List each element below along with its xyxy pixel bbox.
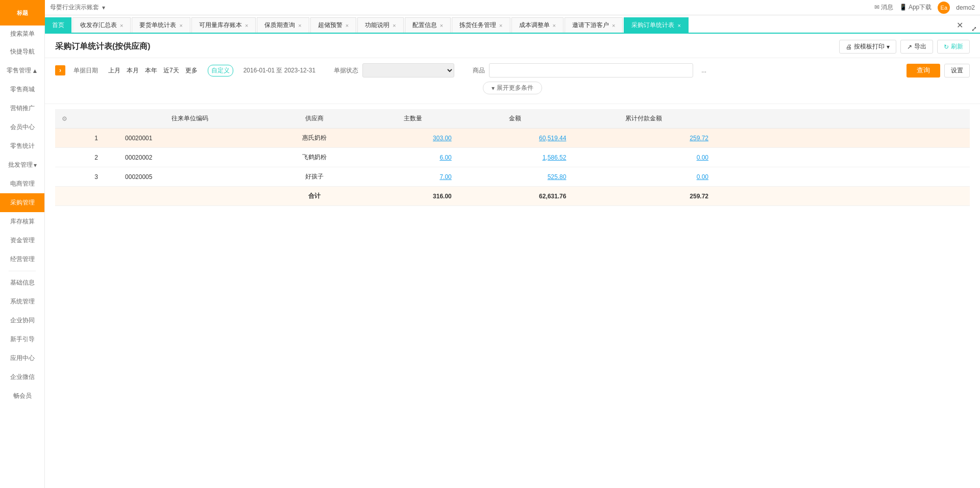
tab-invite-downstream[interactable]: 邀请下游客户 ×	[565, 17, 623, 33]
cell-amount: 525.80	[458, 167, 573, 187]
tab-picking-task[interactable]: 拣货任务管理 ×	[452, 17, 510, 33]
more-conditions-btn[interactable]: ...	[697, 66, 710, 75]
tab-close-icon[interactable]: ×	[440, 22, 443, 29]
tab-label: 要货单统计表	[139, 21, 176, 30]
tab-available-inventory[interactable]: 可用量库存账本 ×	[191, 17, 256, 33]
tab-close-icon[interactable]: ×	[677, 22, 680, 29]
main-qty-link[interactable]: 7.00	[439, 173, 451, 181]
shortcut-this-month[interactable]: 本月	[125, 65, 141, 76]
tab-close-icon[interactable]: ×	[393, 22, 396, 29]
tab-label: 拣货任务管理	[459, 21, 496, 30]
amount-link[interactable]: 60,519.44	[539, 135, 566, 142]
paid-amount-link[interactable]: 0.00	[697, 154, 708, 161]
tab-label: 超储预警	[318, 21, 342, 30]
tab-warranty-query[interactable]: 保质期查询 ×	[257, 17, 309, 33]
tab-purchase-order-summary[interactable]: 采购订单统计表 ×	[624, 17, 688, 33]
tab-order-summary[interactable]: 要货单统计表 ×	[132, 17, 190, 33]
sidebar-item-inventory-check[interactable]: 库存核算	[0, 212, 44, 231]
app-download-btn[interactable]: 📱 App下载	[899, 3, 932, 12]
date-range-group: 2016-01-01 至 2023-12-31	[243, 66, 315, 75]
user-avatar[interactable]: Ea	[938, 2, 950, 14]
tab-close-icon[interactable]: ×	[553, 22, 556, 29]
sidebar-item-retail-shop[interactable]: 零售商城	[0, 80, 44, 99]
amount-link[interactable]: 525.80	[548, 173, 567, 181]
tab-close-icon[interactable]: ×	[120, 22, 123, 29]
workspace-selector[interactable]: 母婴行业演示账套 ▾	[50, 3, 105, 12]
logo-text: 标题	[17, 9, 28, 17]
tab-close-icon[interactable]: ×	[612, 22, 615, 29]
goods-input[interactable]	[489, 63, 693, 78]
close-all-tabs-btn[interactable]: ✕	[951, 17, 968, 33]
tab-close-icon[interactable]: ×	[179, 22, 182, 29]
maximize-btn[interactable]: ⤢	[968, 25, 980, 33]
tab-feature-desc[interactable]: 功能说明 ×	[357, 17, 403, 33]
custom-date-btn[interactable]: 自定义	[208, 65, 233, 76]
tab-cost-adjust[interactable]: 成本调整单 ×	[511, 17, 564, 33]
paid-amount-link[interactable]: 259.72	[690, 135, 708, 142]
cell-main-qty: 7.00	[368, 167, 458, 187]
shortcut-last-month[interactable]: 上月	[106, 65, 122, 76]
status-select[interactable]	[362, 63, 454, 78]
action-buttons: 查询 设置	[906, 64, 970, 78]
tab-home[interactable]: 首页	[45, 17, 71, 33]
tab-label: 可用量库存账本	[199, 21, 242, 30]
print-dropdown-icon[interactable]: ▾	[887, 43, 890, 50]
sidebar-item-ecom-mgmt[interactable]: 电商管理	[0, 174, 44, 193]
shortcut-7days[interactable]: 近7天	[161, 65, 181, 76]
sidebar-item-fund-mgmt[interactable]: 资金管理	[0, 231, 44, 250]
tab-label: 采购订单统计表	[631, 21, 674, 30]
tab-receive-summary[interactable]: 收发存汇总表 ×	[72, 17, 131, 33]
sidebar-item-vip[interactable]: 畅会员	[0, 387, 44, 405]
setting-button[interactable]: 设置	[944, 64, 970, 78]
tab-config-info[interactable]: 配置信息 ×	[405, 17, 451, 33]
amount-link[interactable]: 1,586.52	[543, 154, 567, 161]
shortcut-this-year[interactable]: 本年	[143, 65, 159, 76]
main-qty-link[interactable]: 6.00	[439, 154, 451, 161]
sidebar-item-new-guide[interactable]: 新手引导	[0, 330, 44, 349]
sidebar-item-retail-mgmt[interactable]: 零售管理 ▲	[0, 61, 44, 80]
expand-more-btn[interactable]: ▾ 展开更多条件	[483, 82, 542, 94]
shortcut-more[interactable]: 更多	[183, 65, 200, 76]
sidebar-item-ops-mgmt[interactable]: 经营管理	[0, 250, 44, 269]
sidebar-item-mkt-promo[interactable]: 营销推广	[0, 99, 44, 118]
cell-main-qty: 6.00	[368, 148, 458, 167]
table-row[interactable]: 1 00020001 惠氏奶粉 303.00 60,519.44 259.72	[55, 129, 970, 148]
tab-close-icon[interactable]: ×	[499, 22, 502, 29]
sidebar-item-quick-nav[interactable]: 快捷导航	[0, 42, 44, 61]
top-nav: 母婴行业演示账套 ▾ ✉ 消息 📱 App下载 Ea demo2	[45, 0, 980, 15]
main-qty-link[interactable]: 303.00	[433, 135, 452, 142]
table-row[interactable]: 2 00020002 飞鹤奶粉 6.00 1,586.52 0.00	[55, 148, 970, 167]
sidebar-item-retail-stats[interactable]: 零售统计	[0, 137, 44, 156]
tab-overstock-alert[interactable]: 超储预警 ×	[310, 17, 356, 33]
workspace-dropdown-icon[interactable]: ▾	[102, 4, 105, 11]
sidebar-item-basic-info[interactable]: 基础信息	[0, 273, 44, 292]
filter-toggle-btn[interactable]: ›	[55, 65, 65, 75]
query-button[interactable]: 查询	[906, 64, 940, 78]
sidebar-item-member-center[interactable]: 会员中心	[0, 118, 44, 137]
sidebar-item-purchase-mgmt[interactable]: 采购管理	[0, 193, 44, 212]
gear-icon[interactable]: ⚙	[62, 115, 67, 122]
tab-close-icon[interactable]: ×	[346, 22, 349, 29]
date-shortcuts: 上月 本月 本年 近7天 更多	[106, 65, 200, 76]
sidebar-item-enterprise-wechat[interactable]: 企业微信	[0, 368, 44, 387]
username[interactable]: demo2	[956, 4, 975, 11]
tab-close-icon[interactable]: ×	[298, 22, 301, 29]
workspace-label: 母婴行业演示账套	[50, 3, 99, 12]
sidebar-item-wholesale-mgmt[interactable]: 批发管理 ▾	[0, 156, 44, 174]
tab-close-icon[interactable]: ×	[245, 22, 248, 29]
message-btn[interactable]: ✉ 消息	[874, 3, 893, 12]
sidebar-item-enterprise-collab[interactable]: 企业协同	[0, 311, 44, 330]
page-container: 采购订单统计表(按供应商) 🖨 按模板打印 ▾ ↗ 导出 ↻ 刷新	[45, 34, 980, 488]
sidebar-item-app-center[interactable]: 应用中心	[0, 349, 44, 368]
col-settings[interactable]: ⚙	[55, 109, 74, 129]
paid-amount-link[interactable]: 0.00	[697, 173, 708, 181]
divider	[9, 271, 35, 271]
print-button[interactable]: 🖨 按模板打印 ▾	[839, 40, 896, 54]
tab-home-label: 首页	[52, 21, 64, 30]
refresh-button[interactable]: ↻ 刷新	[937, 40, 970, 54]
date-filter-label: 单据日期	[74, 66, 98, 75]
sidebar-item-search[interactable]: 搜索菜单	[0, 25, 44, 42]
sidebar-item-sys-mgmt[interactable]: 系统管理	[0, 292, 44, 311]
export-button[interactable]: ↗ 导出	[900, 40, 933, 54]
table-row[interactable]: 3 00020005 好孩子 7.00 525.80 0.00	[55, 167, 970, 187]
